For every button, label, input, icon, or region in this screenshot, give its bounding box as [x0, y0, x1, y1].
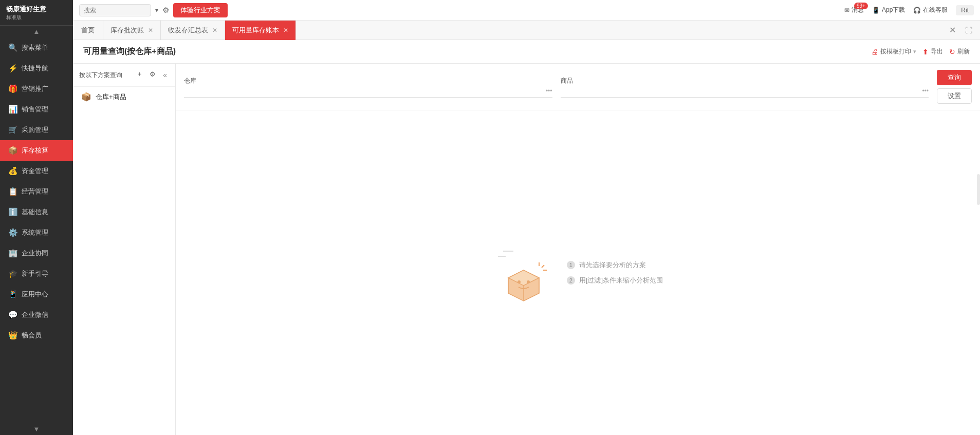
page-title: 可用量查询(按仓库+商品) — [83, 46, 176, 57]
tab-close-icon[interactable]: ✕ — [283, 27, 288, 34]
export-label: 导出 — [931, 47, 943, 56]
tabbar-right: ✕ ⛶ — [945, 23, 980, 37]
vip-icon: 👑 — [8, 331, 17, 340]
product-more-icon[interactable]: ••• — [922, 87, 929, 94]
sidebar-item-operation[interactable]: 📋 经营管理 — [0, 181, 73, 202]
tabbar-expand-button[interactable]: ⛶ — [961, 23, 976, 37]
sidebar-item-vip[interactable]: 👑 畅会员 — [0, 325, 73, 346]
search-icon: 🔍 — [8, 43, 17, 52]
svg-line-9 — [542, 265, 544, 268]
settings-scheme-btn[interactable]: ⚙ — [147, 69, 158, 79]
industry-btn[interactable]: 体验行业方案 — [173, 3, 228, 17]
purchase-icon: 🛒 — [8, 125, 17, 135]
topbar-search-input[interactable] — [79, 4, 151, 16]
brand-version: 标准版 — [6, 14, 67, 21]
tab-label: 收发存汇总表 — [168, 26, 208, 35]
sidebar-item-system[interactable]: ⚙️ 系统管理 — [0, 222, 73, 243]
service-label: 在线客服 — [923, 6, 948, 14]
svg-point-7 — [517, 280, 521, 283]
query-button[interactable]: 查询 — [937, 70, 972, 85]
topbar-msg[interactable]: ✉ 消息 99+ — [844, 6, 864, 14]
sidebar-item-app-center[interactable]: 📱 应用中心 — [0, 284, 73, 305]
product-input[interactable] — [561, 87, 920, 95]
tab-label: 可用量库存账本 — [232, 26, 279, 35]
quick-nav-icon: ⚡ — [8, 64, 17, 73]
sidebar-item-label: 快捷导航 — [22, 64, 48, 73]
tab-batch-ledger[interactable]: 库存批次账 ✕ — [103, 21, 161, 40]
svg-point-8 — [527, 280, 530, 283]
app-center-icon: 📱 — [8, 290, 17, 299]
sidebar-brand: 畅康通好生意 标准版 — [0, 0, 73, 26]
empty-hint-2-label: 用[过滤]条件来缩小分析范围 — [579, 276, 663, 285]
system-icon: ⚙️ — [8, 228, 17, 237]
print-btn[interactable]: 🖨 按模板打印 ▾ — [871, 47, 916, 56]
sidebar-scroll-up[interactable]: ▲ — [0, 26, 73, 37]
user-label: Rit — [961, 7, 969, 14]
sidebar-item-search[interactable]: 🔍 搜索菜单 — [0, 37, 73, 58]
tab-home[interactable]: 首页 — [73, 21, 103, 40]
sidebar-item-label: 销售管理 — [22, 105, 48, 114]
refresh-label: 刷新 — [957, 47, 970, 56]
left-panel-header: 按以下方案查询 ＋ ⚙ « — [73, 64, 175, 87]
sidebar-item-label: 应用中心 — [22, 290, 48, 299]
filter-settings-button[interactable]: 设置 — [937, 88, 972, 104]
scheme-item-label: 仓库+商品 — [96, 92, 126, 102]
sidebar-item-marketing[interactable]: 🎁 营销推广 — [0, 79, 73, 99]
filter-actions: 查询 设置 — [937, 70, 972, 104]
newbie-icon: 🎓 — [8, 269, 17, 278]
tab-close-icon[interactable]: ✕ — [148, 27, 153, 34]
topbar-app[interactable]: 📱 App下载 — [872, 6, 905, 14]
warehouse-more-icon[interactable]: ••• — [546, 87, 552, 94]
sidebar-item-label: 畅会员 — [22, 331, 42, 340]
sidebar-item-label: 系统管理 — [22, 228, 48, 237]
tabbar-close-button[interactable]: ✕ — [945, 23, 959, 37]
sidebar-item-label: 采购管理 — [22, 125, 48, 135]
topbar-service[interactable]: 🎧 在线客服 — [913, 6, 948, 14]
scheme-item-warehouse-product[interactable]: 📦 仓库+商品 — [73, 87, 175, 107]
add-scheme-btn[interactable]: ＋ — [134, 69, 144, 79]
empty-illustration — [493, 242, 554, 304]
app-icon: 📱 — [872, 7, 880, 14]
sidebar-item-label: 企业微信 — [22, 310, 48, 319]
topbar-user[interactable]: Rit — [956, 5, 974, 15]
sidebar: 畅康通好生意 标准版 ▲ 🔍 搜索菜单 ⚡ 快捷导航 🎁 营销推广 📊 销售管理… — [0, 0, 73, 435]
warehouse-filter-label: 仓库 — [184, 77, 552, 85]
empty-hint-2: 2 用[过滤]条件来缩小分析范围 — [567, 276, 663, 285]
sidebar-item-wechat[interactable]: 💬 企业微信 — [0, 305, 73, 325]
sidebar-item-finance[interactable]: 💰 资金管理 — [0, 161, 73, 181]
sidebar-item-newbie[interactable]: 🎓 新手引导 — [0, 263, 73, 284]
operation-icon: 📋 — [8, 187, 17, 196]
sidebar-item-quick-nav[interactable]: ⚡ 快捷导航 — [0, 58, 73, 79]
sidebar-item-basic-info[interactable]: ℹ️ 基础信息 — [0, 202, 73, 222]
sidebar-item-inventory[interactable]: 📦 库存核算 — [0, 140, 73, 161]
print-icon: 🖨 — [871, 48, 878, 56]
warehouse-input-wrap: ••• — [184, 87, 552, 98]
msg-icon: ✉ — [844, 7, 849, 14]
product-input-wrap: ••• — [561, 87, 929, 98]
brand-name: 畅康通好生意 — [6, 5, 67, 14]
collapse-btn[interactable]: « — [161, 69, 169, 81]
empty-hint-1: 1 请先选择要分析的方案 — [567, 260, 663, 270]
warehouse-input[interactable] — [184, 87, 544, 95]
sidebar-scroll-down[interactable]: ▼ — [0, 423, 73, 435]
sidebar-item-corp[interactable]: 🏢 企业协同 — [0, 243, 73, 263]
topbar: ▾ ⚙ 体验行业方案 ✉ 消息 99+ 📱 App下载 🎧 在线客服 Rit — [73, 0, 980, 21]
sidebar-item-label: 基础信息 — [22, 207, 48, 217]
export-btn[interactable]: ⬆ 导出 — [922, 47, 943, 56]
print-dropdown-icon[interactable]: ▾ — [913, 48, 916, 55]
refresh-btn[interactable]: ↻ 刷新 — [949, 47, 970, 56]
tab-stock-summary[interactable]: 收发存汇总表 ✕ — [161, 21, 225, 40]
tab-close-icon[interactable]: ✕ — [212, 27, 217, 34]
sidebar-item-purchase[interactable]: 🛒 采购管理 — [0, 120, 73, 140]
tabbar: 首页 库存批次账 ✕ 收发存汇总表 ✕ 可用量库存账本 ✕ ✕ ⛶ — [73, 21, 980, 40]
right-scrollbar[interactable] — [977, 174, 980, 205]
product-filter-label: 商品 — [561, 77, 929, 85]
msg-badge: 99+ — [854, 3, 868, 9]
filter-bar: 仓库 ••• 商品 ••• 查询 设置 — [176, 64, 980, 110]
topbar-gear-icon[interactable]: ⚙ — [162, 6, 169, 15]
product-filter: 商品 ••• — [561, 77, 929, 98]
sidebar-item-sales[interactable]: 📊 销售管理 — [0, 99, 73, 120]
topbar-dropdown-icon[interactable]: ▾ — [155, 7, 158, 14]
tab-available-ledger[interactable]: 可用量库存账本 ✕ — [225, 21, 296, 40]
right-panel: 仓库 ••• 商品 ••• 查询 设置 — [176, 64, 980, 435]
